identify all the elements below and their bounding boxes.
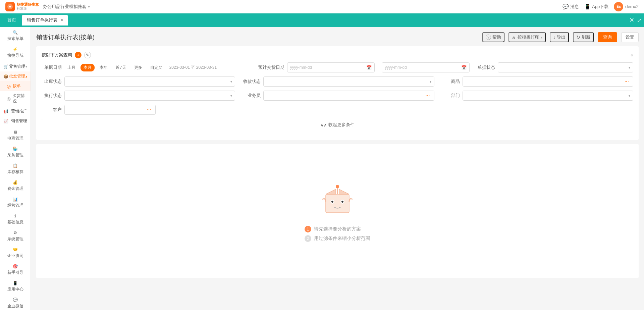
calendar-to-icon: 📅 (461, 65, 467, 70)
sidebar-item-marketing[interactable]: 📢 营销推广 (0, 106, 31, 116)
user-menu[interactable]: Ea demo2 (614, 2, 639, 11)
header-right: 💬 消息 📱 App下载 Ea demo2 (562, 2, 639, 11)
tab-sales-order[interactable]: 销售订单执行表 × (22, 15, 68, 25)
goods-select[interactable]: ··· (463, 76, 633, 87)
wholesale-arrow: ▴ (25, 74, 27, 78)
date-tag-this-month[interactable]: 本月 (80, 64, 95, 71)
date-tag-this-year[interactable]: 本年 (97, 64, 111, 71)
page-actions: ? 帮助 🖨 按模板打印 ▾ ↓ 导出 ↻ 刷新 (482, 32, 639, 42)
exec-status-select[interactable]: ▾ (64, 91, 235, 101)
svg-point-3 (331, 201, 333, 203)
export-button[interactable]: ↓ 导出 (550, 32, 569, 42)
template-print-button[interactable]: 🖨 按模板打印 ▾ (508, 32, 546, 42)
purchase-icon: 🏪 (13, 147, 18, 151)
appstore-label: 应用中心 (7, 287, 23, 292)
sidebar-item-corp[interactable]: 🤝 企业协同 (0, 245, 31, 261)
sidebar-item-finance[interactable]: 💰 资金管理 (0, 177, 31, 194)
edit-filter-button[interactable]: ✎ (84, 52, 91, 58)
app-download-button[interactable]: 📱 App下载 (584, 4, 608, 10)
sidebar-item-sys[interactable]: ⚙ 系统管理 (0, 228, 31, 245)
sys-label: 系统管理 (7, 236, 23, 242)
add-filter-button[interactable]: + (75, 52, 82, 58)
sidebar-item-wholesale[interactable]: 📦 批发管理 ▴ (0, 71, 31, 81)
calendar-from-icon: 📅 (366, 65, 372, 70)
dept-select[interactable]: ▾ (463, 91, 633, 101)
tab-close-window-button[interactable]: ✕ (629, 16, 634, 24)
refresh-button[interactable]: ↻ 刷新 (573, 32, 594, 42)
corp-icon: 🤝 (13, 247, 18, 252)
payment-status-select[interactable]: ▾ (263, 76, 434, 87)
sidebar-item-retail[interactable]: 🛒 零售管理 ▾ (0, 62, 31, 71)
empty-step-2: 2 用过滤条件来缩小分析范围 (305, 235, 370, 242)
date-tag-last7[interactable]: 近7天 (113, 64, 129, 71)
search-icon: 🔍 (13, 30, 18, 35)
sidebar-item-wechat[interactable]: 💬 企业微信 (0, 295, 31, 310)
sidebar-item-appstore[interactable]: 📱 应用中心 (0, 278, 31, 295)
delivery-status-select[interactable]: ▾ (64, 76, 235, 87)
retail-label: 零售管理 (9, 64, 25, 69)
sub-按单-label: 按单 (13, 83, 21, 89)
filter-card: 按以下方案查询 + ✎ « 单据日期 上月 本月 本年 近7天 (36, 46, 639, 140)
dept-arrow: ▾ (629, 94, 630, 98)
expected-date-range: yyyy-mm-dd 📅 — yyyy-mm-dd 📅 (287, 62, 470, 72)
tab-maximize-button[interactable]: ⤢ (637, 17, 641, 23)
date-range-text: 2023-03-01 至 2023-03-31 (169, 65, 217, 70)
sub-欠货情况-label: 欠货情况 (13, 93, 26, 104)
sidebar-sub-欠货情况[interactable]: ◎ 欠货情况 (0, 91, 31, 106)
query-button[interactable]: 查询 (598, 32, 617, 42)
sidebar-item-sales-mgmt[interactable]: 📈 销售管理 (0, 116, 31, 126)
date-tag-last-month[interactable]: 上月 (64, 64, 78, 71)
app-icon: 📱 (584, 4, 591, 10)
customer-select[interactable]: ··· (64, 105, 156, 115)
sidebar-search-menu[interactable]: 🔍 搜索菜单 (0, 27, 31, 45)
expected-date-to[interactable]: yyyy-mm-dd 📅 (382, 62, 469, 72)
collapse-more-button[interactable]: ∧∧ 收起更多条件 (42, 119, 633, 131)
order-status-select[interactable]: ▾ (498, 62, 633, 72)
marketing-icon: 📢 (3, 109, 8, 114)
salesperson-select[interactable]: ··· (263, 91, 434, 101)
filter-section-header: 按以下方案查询 + ✎ « (42, 52, 633, 58)
export-icon: ↓ (553, 35, 555, 40)
wholesale-label: 批发管理 (9, 73, 25, 79)
message-button[interactable]: 💬 消息 (562, 4, 579, 10)
filter-dept: 部门 ▾ (440, 91, 633, 101)
sidebar-item-ecom[interactable]: 🖥 电商管理 (0, 127, 31, 144)
avatar: Ea (614, 2, 623, 11)
breadcrumb-dropdown-icon[interactable]: ▾ (88, 4, 90, 9)
tab-bar: 首页 销售订单执行表 × ✕ ⤢ (0, 13, 644, 27)
collapse-filter-button[interactable]: « (631, 52, 633, 58)
sidebar-item-newbie[interactable]: 🎯 新手引导 (0, 261, 31, 278)
tab-close-button[interactable]: × (61, 18, 63, 22)
salesperson-ellipsis[interactable]: ··· (424, 93, 431, 99)
date-tag-more[interactable]: 更多 (131, 64, 145, 71)
step-2-num: 2 (305, 235, 311, 242)
collapse-icon: ∧∧ (320, 122, 327, 127)
expected-date-from[interactable]: yyyy-mm-dd 📅 (287, 62, 375, 72)
settings-button[interactable]: 设置 (621, 32, 639, 42)
sidebar: 🔍 搜索菜单 ⚡ 快捷导航 🛒 零售管理 ▾ 📦 批发管理 ▴ ◎ 按单 ◎ (0, 27, 31, 310)
sidebar-item-inventory[interactable]: 📋 库存核算 (0, 161, 31, 177)
goods-ellipsis[interactable]: ··· (623, 79, 630, 85)
tab-actions: ✕ ⤢ (629, 16, 641, 24)
ecom-icon: 🖥 (13, 130, 17, 135)
help-button[interactable]: ? 帮助 (482, 32, 504, 42)
date-tag-custom[interactable]: 自定义 (147, 64, 165, 71)
newbie-label: 新手引导 (7, 270, 23, 275)
step-1-text: 请先选择要分析的方案 (314, 226, 361, 232)
sidebar-sub-按单[interactable]: ◎ 按单 (0, 81, 31, 91)
ecom-label: 电商管理 (7, 136, 23, 141)
refresh-icon: ↻ (576, 35, 580, 40)
filter-payment-status: 收款状态 ▾ (240, 76, 434, 87)
sidebar-item-purchase[interactable]: 🏪 采购管理 (0, 144, 31, 161)
sidebar-item-ops[interactable]: 📊 经营管理 (0, 194, 31, 211)
date-tag-group: 上月 本月 本年 近7天 更多 自定义 (64, 64, 165, 71)
logo-text: 畅捷通好生意 标准版 (17, 2, 39, 11)
print-dropdown-icon: ▾ (541, 36, 542, 39)
tab-home[interactable]: 首页 (3, 15, 21, 25)
sidebar-quick-nav[interactable]: ⚡ 快捷导航 (0, 45, 31, 60)
purchase-label: 采购管理 (7, 152, 23, 158)
appstore-icon: 📱 (13, 281, 18, 286)
sidebar-item-basic[interactable]: ℹ 基础信息 (0, 211, 31, 228)
customer-ellipsis[interactable]: ··· (146, 107, 153, 113)
retail-arrow: ▾ (25, 65, 27, 68)
